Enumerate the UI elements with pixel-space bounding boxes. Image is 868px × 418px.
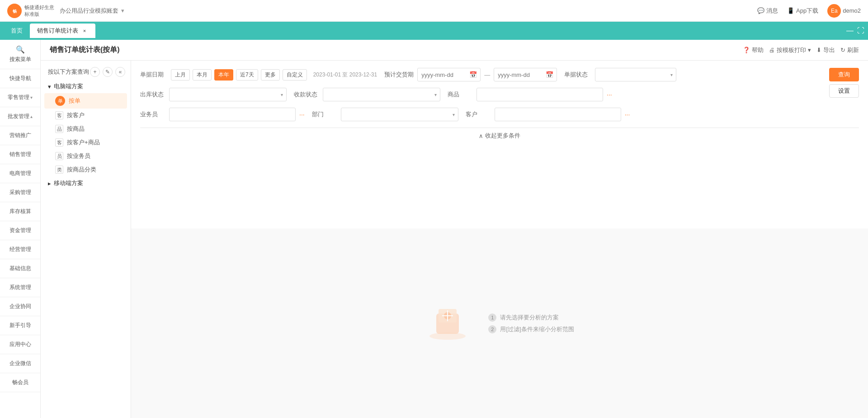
template-print-button[interactable]: 🖨 按模板打印 ▾	[769, 46, 811, 54]
scheme-item-by-product[interactable]: 品 按商品	[44, 122, 127, 136]
page-header: 销售订单统计表(按单) ❓ 帮助 🖨 按模板打印 ▾ ⬇ 导出 ↻ 刷新	[41, 40, 868, 61]
scheme-item-by-customer-product[interactable]: 客 按客户+商品	[44, 136, 127, 149]
user-menu[interactable]: Ea demo2	[827, 4, 861, 18]
date-btn-thisyear[interactable]: 本年	[214, 69, 233, 81]
filter-department: 部门 ▾	[312, 108, 458, 121]
message-button[interactable]: 💬 消息	[757, 7, 778, 15]
sidebar-item-purchase[interactable]: 采购管理	[0, 183, 40, 202]
sidebar-item-retail[interactable]: 零售管理 ▾	[0, 88, 40, 107]
sidebar-item-shortcut[interactable]: 快捷导航	[0, 69, 40, 88]
customer-more-icon[interactable]: ···	[625, 111, 630, 118]
scheme-item-by-salesperson[interactable]: 员 按业务员	[44, 149, 127, 163]
sidebar-item-basic[interactable]: 基础信息	[0, 259, 40, 278]
delivery-date-to-wrap: 📅	[494, 68, 557, 81]
scheme-item-by-customer[interactable]: 客 按客户	[44, 109, 127, 122]
department-select[interactable]	[341, 108, 458, 121]
print-chevron-icon: ▾	[808, 47, 811, 53]
payment-select[interactable]	[323, 88, 440, 101]
sidebar-item-apps[interactable]: 应用中心	[0, 335, 40, 354]
sidebar-item-wholesale[interactable]: 批发管理 ▴	[0, 107, 40, 126]
sidebar-item-inventory[interactable]: 库存核算	[0, 202, 40, 221]
delivery-date-from-wrap: 📅	[417, 68, 481, 81]
product-more-icon[interactable]: ···	[607, 91, 612, 98]
sidebar-item-sales[interactable]: 销售管理	[0, 145, 40, 164]
empty-tips: 1 请先选择要分析的方案 2 用[过滤]条件来缩小分析范围	[488, 314, 574, 333]
add-scheme-button[interactable]: +	[90, 67, 100, 77]
sidebar-item-ecommerce[interactable]: 电商管理	[0, 164, 40, 183]
top-bar-left: 畅 畅捷通好生意 标准版 办公用品行业模拟账套 ▾	[7, 4, 124, 18]
scheme-item-by-order[interactable]: 单 按单	[44, 93, 127, 109]
help-button[interactable]: ❓ 帮助	[743, 46, 764, 54]
expected-delivery-label: 预计交货期	[384, 71, 414, 79]
logo-text: 畅捷通好生意 标准版	[24, 4, 54, 17]
calendar-from-icon: 📅	[469, 71, 477, 78]
payment-label: 收款状态	[294, 90, 319, 99]
tab-sales-order[interactable]: 销售订单统计表 ×	[30, 24, 95, 38]
date-btn-custom[interactable]: 自定义	[283, 69, 307, 81]
export-icon: ⬇	[816, 47, 821, 53]
scheme-item-by-category[interactable]: 类 按商品分类	[44, 163, 127, 176]
tab-maximize-icon[interactable]: ⛶	[857, 27, 864, 35]
sidebar-item-member[interactable]: 畅会员	[0, 373, 40, 392]
salesperson-label: 业务员	[140, 110, 165, 119]
date-btn-more[interactable]: 更多	[261, 69, 280, 81]
tab-close-icon[interactable]: ×	[81, 27, 88, 34]
collapse-panel-button[interactable]: «	[115, 67, 125, 77]
filter-salesperson: 业务员 ···	[140, 108, 305, 121]
empty-state: 1 请先选择要分析的方案 2 用[过滤]条件来缩小分析范围	[131, 228, 868, 418]
tab-minimize-icon[interactable]: —	[846, 27, 854, 35]
filter-payment: 收款状态 ▾	[294, 88, 440, 101]
doc-status-label: 单据状态	[564, 71, 591, 79]
settings-button[interactable]: 设置	[829, 84, 859, 98]
logo-area: 畅 畅捷通好生意 标准版	[7, 4, 54, 18]
svg-text:畅: 畅	[13, 9, 17, 14]
tree-collapse-icon: ▸	[48, 180, 51, 187]
date-range-display: 2023-01-01 至 2023-12-31	[313, 71, 377, 79]
sidebar-item-marketing[interactable]: 营销推广	[0, 126, 40, 145]
export-button[interactable]: ⬇ 导出	[816, 46, 835, 54]
page-title: 销售订单统计表(按单)	[50, 45, 120, 55]
date-btn-last7days[interactable]: 近7天	[236, 69, 258, 81]
tab-bar-right: — ⛶	[846, 27, 864, 35]
tree-expand-icon: ▾	[48, 83, 51, 90]
page-actions: ❓ 帮助 🖨 按模板打印 ▾ ⬇ 导出 ↻ 刷新	[743, 46, 859, 54]
doc-status-select-wrap: ▾	[595, 68, 676, 81]
collapse-more-conditions[interactable]: ∧ 收起更多条件	[140, 128, 859, 143]
help-icon: ❓	[743, 47, 750, 53]
product-input[interactable]	[476, 88, 603, 101]
sidebar-item-enterprise[interactable]: 企业协同	[0, 297, 40, 316]
salesperson-more-icon[interactable]: ···	[299, 111, 305, 118]
customer-label: 客户	[466, 110, 491, 119]
product-label: 商品	[448, 90, 473, 99]
empty-tip-2: 2 用[过滤]条件来缩小分析范围	[488, 325, 574, 333]
shipment-select-wrap: ▾	[169, 88, 287, 101]
search-icon: 🔍	[16, 45, 25, 54]
tree-mobile-section[interactable]: ▸ 移动端方案	[44, 176, 127, 190]
sub-layout: 按以下方案查询 + ✎ « ▾ 电脑端方案 单 按单	[41, 61, 868, 418]
product-scheme-icon: 品	[55, 125, 63, 133]
tip-num-2: 2	[488, 325, 496, 333]
sidebar-item-operations[interactable]: 经营管理	[0, 240, 40, 259]
tree-pc-section[interactable]: ▾ 电脑端方案	[44, 80, 127, 93]
doc-status-select[interactable]	[595, 68, 676, 81]
edit-scheme-button[interactable]: ✎	[103, 67, 113, 77]
sidebar-item-finance[interactable]: 资金管理	[0, 221, 40, 240]
refresh-button[interactable]: ↻ 刷新	[840, 46, 859, 54]
right-btn-group: 查询 设置	[824, 68, 859, 128]
tab-home[interactable]: 首页	[4, 24, 30, 38]
sidebar-item-search[interactable]: 🔍 搜索菜单	[0, 40, 40, 69]
salesperson-input[interactable]	[169, 108, 296, 121]
sidebar-item-system[interactable]: 系统管理	[0, 278, 40, 297]
customer-input[interactable]	[495, 108, 621, 121]
app-download-button[interactable]: 📱 App下载	[787, 7, 818, 15]
content-area: 销售订单统计表(按单) ❓ 帮助 🖨 按模板打印 ▾ ⬇ 导出 ↻ 刷新	[41, 40, 868, 418]
shipment-select[interactable]	[169, 88, 287, 101]
calendar-to-icon: 📅	[546, 71, 553, 78]
sidebar-item-wechat[interactable]: 企业微信	[0, 354, 40, 373]
sidebar-item-newbie[interactable]: 新手引导	[0, 316, 40, 335]
date-btn-thismonth[interactable]: 本月	[193, 69, 212, 81]
left-panel: 按以下方案查询 + ✎ « ▾ 电脑端方案 单 按单	[41, 61, 131, 418]
active-indicator: 单	[55, 96, 65, 106]
date-btn-lastmonth[interactable]: 上月	[171, 69, 190, 81]
search-button[interactable]: 查询	[829, 68, 859, 81]
